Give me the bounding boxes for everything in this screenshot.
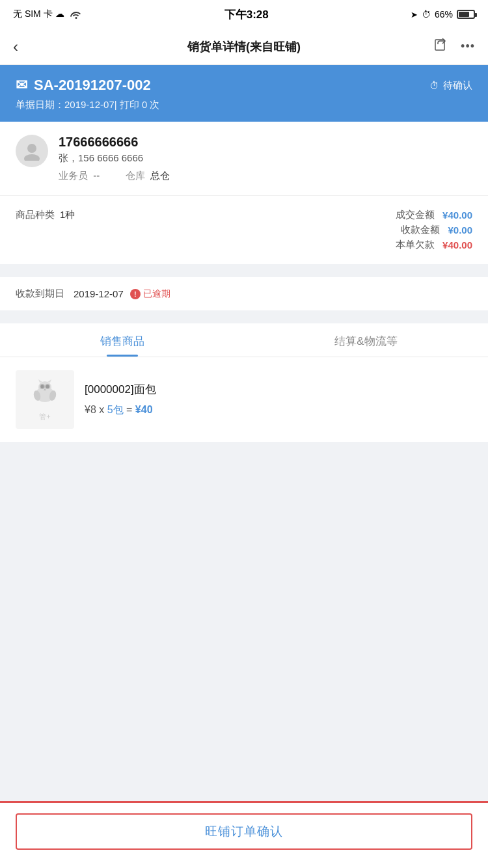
nav-bar: ‹ 销货单详情(来自旺铺) •••: [0, 29, 488, 65]
warehouse-field: 仓库 总仓: [126, 170, 170, 182]
order-header: ✉ SA-20191207-002 ⏱ 待确认 单据日期：2019-12-07|…: [0, 65, 488, 122]
product-info: [0000002]面包 ¥8 x 5包 = ¥40: [85, 382, 472, 417]
order-status-clock-icon: ⏱: [429, 80, 439, 91]
tabs-row: 销售商品 结算&物流等: [0, 323, 488, 357]
overdue-text: 已逾期: [143, 288, 170, 300]
customer-meta: 业务员 -- 仓库 总仓: [59, 170, 472, 182]
owed-amount: 本单欠款 ¥40.00: [396, 239, 472, 251]
overdue-icon: !: [130, 289, 141, 299]
tab-settlement-logistics[interactable]: 结算&物流等: [244, 323, 488, 357]
tab-sales-products[interactable]: 销售商品: [0, 323, 244, 357]
product-owl-icon: [31, 377, 59, 411]
order-id: ✉ SA-20191207-002: [16, 77, 151, 94]
order-envelope-icon: ✉: [16, 77, 27, 94]
svg-point-2: [24, 154, 40, 161]
svg-point-8: [46, 385, 49, 388]
quantity: 5包: [107, 404, 124, 415]
wangpu-confirm-button[interactable]: 旺铺订单确认: [16, 813, 472, 850]
customer-section: 17666666666 张，156 6666 6666 业务员 -- 仓库 总仓…: [0, 122, 488, 264]
overdue-badge: ! 已逾期: [130, 288, 170, 300]
nav-actions: •••: [433, 38, 475, 55]
status-left: 无 SIM 卡 ☁: [13, 8, 83, 21]
product-item: 管+ [0000002]面包 ¥8 x 5包 = ¥40: [0, 357, 488, 442]
unit-price: ¥8: [85, 404, 96, 415]
product-type-field: 商品种类 1种: [16, 209, 396, 221]
product-price: ¥8 x 5包 = ¥40: [85, 403, 472, 417]
signal-arrow-icon: ➤: [411, 10, 418, 20]
bottom-bar: 旺铺订单确认: [0, 801, 488, 868]
status-time: 下午3:28: [224, 7, 269, 22]
order-status: ⏱ 待确认: [429, 79, 472, 92]
back-button[interactable]: ‹: [13, 38, 39, 56]
status-bar: 无 SIM 卡 ☁ 下午3:28 ➤ ⏱ 66%: [0, 0, 488, 29]
no-sim-text: 无 SIM 卡 ☁: [13, 8, 64, 20]
customer-phone: 17666666666: [59, 135, 472, 150]
order-date: 单据日期：2019-12-07| 打印 0 次: [16, 99, 472, 111]
order-id-row: ✉ SA-20191207-002 ⏱ 待确认: [16, 77, 472, 94]
svg-point-7: [41, 385, 44, 388]
tabs-section: 销售商品 结算&物流等: [0, 317, 488, 442]
due-date-label: 收款到期日: [16, 288, 64, 300]
customer-info: 17666666666 张，156 6666 6666 业务员 -- 仓库 总仓: [59, 135, 472, 182]
multiply-sign: x: [99, 404, 104, 415]
financial-stats: 成交金额 ¥40.00 收款金额 ¥0.00 本单欠款 ¥40.00: [396, 209, 472, 251]
svg-point-1: [27, 144, 36, 153]
page-title: 销货单详情(来自旺铺): [187, 39, 301, 55]
equals-sign: =: [126, 404, 132, 415]
avatar: [16, 135, 48, 167]
battery-text: 66%: [435, 9, 453, 20]
total-price: ¥40: [135, 404, 153, 415]
product-thumbnail: 管+: [16, 370, 74, 429]
share-icon[interactable]: [433, 38, 448, 55]
received-amount: 收款金额 ¥0.00: [401, 224, 472, 236]
more-icon[interactable]: •••: [461, 40, 475, 53]
clock-icon: ⏱: [422, 9, 431, 20]
battery-icon: [457, 10, 475, 19]
due-date-value: 2019-12-07: [74, 288, 124, 299]
stats-section: 商品种类 1种 成交金额 ¥40.00 收款金额 ¥0.00 本单欠款 ¥40.…: [0, 195, 488, 264]
status-right: ➤ ⏱ 66%: [411, 9, 475, 20]
bottom-spacer: [0, 442, 488, 611]
due-date-section: 收款到期日 2019-12-07 ! 已逾期: [0, 271, 488, 310]
product-brand-text: 管+: [39, 412, 50, 422]
salesperson-field: 业务员 --: [59, 170, 100, 182]
product-name: [0000002]面包: [85, 382, 472, 397]
customer-name: 张，156 6666 6666: [59, 152, 472, 165]
transaction-amount: 成交金额 ¥40.00: [396, 209, 472, 221]
wifi-icon: [70, 8, 83, 21]
